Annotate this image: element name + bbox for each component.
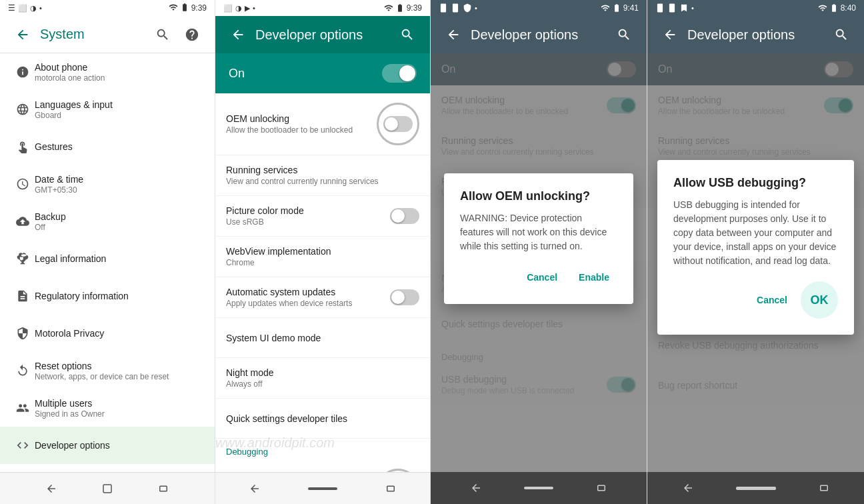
sidebar-item-privacy[interactable]: Motorola Privacy — [0, 315, 215, 352]
status-icons-left-2: ⬜ ◑ ▶ • — [223, 4, 255, 13]
status-left-3: • — [439, 3, 477, 13]
picture-title: Picture color mode — [226, 205, 390, 216]
dev-options-list: OEM unlocking Allow the bootloader to be… — [215, 93, 430, 472]
nav-home-2[interactable] — [308, 487, 337, 490]
sidebar-item-legal[interactable]: Legal information — [0, 240, 215, 277]
sidebar-item-languages[interactable]: Languages & input Gboard — [0, 91, 215, 128]
nav-back-2[interactable] — [247, 481, 263, 497]
usb-ok-button[interactable]: OK — [801, 281, 838, 319]
nav-recents-3[interactable] — [593, 480, 609, 496]
oem-toggle[interactable] — [383, 116, 413, 132]
oem-dialog-actions: Cancel Enable — [460, 267, 617, 288]
status-bar-2: ⬜ ◑ ▶ • 9:39 — [215, 0, 430, 16]
nav-home-3[interactable] — [524, 487, 553, 489]
picture-toggle-thumb — [391, 209, 405, 223]
sidebar-item-gestures[interactable]: Gestures — [0, 128, 215, 165]
back-button-3[interactable] — [441, 23, 465, 47]
usb-debug-item[interactable]: USB debugging Debug mode when USB is con… — [215, 459, 430, 472]
nav-back[interactable] — [43, 481, 59, 497]
back-button-2[interactable] — [226, 23, 250, 47]
picture-color-item[interactable]: Picture color mode Use sRGB — [215, 196, 430, 237]
running-title: Running services — [226, 165, 419, 175]
quick-settings-text: Quick settings developer tiles — [226, 413, 419, 424]
nav-recents-4[interactable] — [816, 480, 832, 496]
sidebar-item-updates[interactable]: System updates Updated to Android 9 — [0, 464, 215, 472]
night-subtitle: Always off — [226, 379, 419, 389]
about-text: About phone motorola one action — [35, 62, 204, 83]
on-label: On — [229, 67, 382, 81]
demo-mode-item[interactable]: System UI demo mode — [215, 318, 430, 358]
webview-item[interactable]: WebView implementation Chrome — [215, 237, 430, 277]
sidebar-item-users[interactable]: Multiple users Signed in as Owner — [0, 389, 215, 427]
datetime-title: Date & time — [35, 174, 204, 185]
status-bar-1: ☰ ⬜ ◑ • 9:39 — [0, 0, 215, 16]
nav-bar-1 — [0, 472, 215, 504]
sidebar-item-about[interactable]: About phone motorola one action — [0, 53, 215, 91]
search-button[interactable] — [151, 23, 175, 47]
sidebar-item-datetime[interactable]: Date & time GMT+05:30 — [0, 165, 215, 203]
status-time-2: 9:39 — [407, 3, 422, 13]
night-mode-item[interactable]: Night mode Always off — [215, 358, 430, 399]
usb-dialog: Allow USB debugging? USB debugging is in… — [657, 160, 854, 335]
oem-title: OEM unlocking — [226, 113, 377, 124]
oem-enable-button[interactable]: Enable — [571, 267, 617, 288]
back-button-4[interactable] — [658, 23, 682, 47]
on-toggle[interactable] — [382, 64, 417, 83]
on-row[interactable]: On — [215, 53, 430, 93]
auto-updates-text: Automatic system updates Apply updates w… — [226, 287, 390, 308]
nav-home-4[interactable] — [736, 487, 776, 490]
privacy-text: Motorola Privacy — [35, 328, 204, 339]
picture-toggle[interactable] — [390, 208, 419, 224]
webview-text: WebView implementation Chrome — [226, 246, 419, 267]
status-icons-left: ☰ ⬜ ◑ • — [8, 3, 42, 13]
oem-subtitle: Allow the bootloader to be unlocked — [226, 125, 377, 135]
users-text: Multiple users Signed in as Owner — [35, 398, 204, 419]
nav-home[interactable] — [99, 481, 115, 497]
sidebar-list: About phone motorola one action Language… — [0, 53, 215, 472]
sidebar-item-reset[interactable]: Reset options Network, apps, or device c… — [0, 352, 215, 389]
nav-recents[interactable] — [155, 481, 171, 497]
appbar-system: System — [0, 16, 215, 53]
wifi-icon — [169, 3, 178, 13]
search-button-4[interactable] — [829, 23, 853, 47]
demo-text: System UI demo mode — [226, 333, 419, 343]
appbar-title-2: Developer options — [255, 27, 390, 43]
running-text: Running services View and control curren… — [226, 165, 419, 186]
svg-rect-0 — [103, 485, 111, 493]
debugging-label: Debugging — [215, 439, 430, 459]
search-button-3[interactable] — [612, 23, 636, 47]
backup-title: Backup — [35, 211, 204, 222]
usb-cancel-button[interactable]: Cancel — [749, 289, 795, 311]
back-button[interactable] — [11, 23, 35, 47]
regulatory-icon — [11, 289, 35, 303]
auto-updates-item[interactable]: Automatic system updates Apply updates w… — [215, 277, 430, 318]
status-time-4: 8:40 — [841, 3, 856, 13]
screen-overlay-3: On OEM unlocking Allow the bootloader to… — [431, 53, 647, 472]
help-button[interactable] — [180, 23, 204, 47]
appbar-title-4: Developer options — [687, 27, 824, 43]
appbar-4: Developer options — [647, 16, 864, 53]
oem-unlocking-item[interactable]: OEM unlocking Allow the bootloader to be… — [215, 93, 430, 155]
oem-text: OEM unlocking Allow the bootloader to be… — [226, 113, 377, 135]
auto-updates-toggle[interactable] — [390, 289, 419, 305]
oem-dialog-title: Allow OEM unlocking? — [460, 189, 617, 203]
auto-updates-subtitle: Apply updates when device restarts — [226, 299, 390, 308]
usb-dialog-title: Allow USB debugging? — [673, 176, 838, 190]
nav-back-3[interactable] — [468, 480, 484, 496]
sidebar-item-developer[interactable]: Developer options — [0, 427, 215, 464]
running-services-item[interactable]: Running services View and control curren… — [215, 155, 430, 196]
nav-back-4[interactable] — [680, 480, 696, 496]
privacy-icon — [11, 327, 35, 340]
sidebar-item-backup[interactable]: Backup Off — [0, 203, 215, 240]
about-icon — [11, 65, 35, 79]
oem-cancel-button[interactable]: Cancel — [519, 267, 565, 288]
quick-settings-item[interactable]: Quick settings developer tiles — [215, 399, 430, 439]
nav-recents-2[interactable] — [383, 481, 399, 497]
search-button-2[interactable] — [395, 23, 419, 47]
datetime-icon — [11, 177, 35, 191]
svg-rect-1 — [160, 486, 167, 491]
status-time-3: 9:41 — [623, 3, 639, 13]
sidebar-item-regulatory[interactable]: Regulatory information — [0, 277, 215, 315]
usb-toggle-highlight — [377, 469, 419, 472]
panel-developer: ⬜ ◑ ▶ • 9:39 Developer options On — [215, 0, 431, 504]
